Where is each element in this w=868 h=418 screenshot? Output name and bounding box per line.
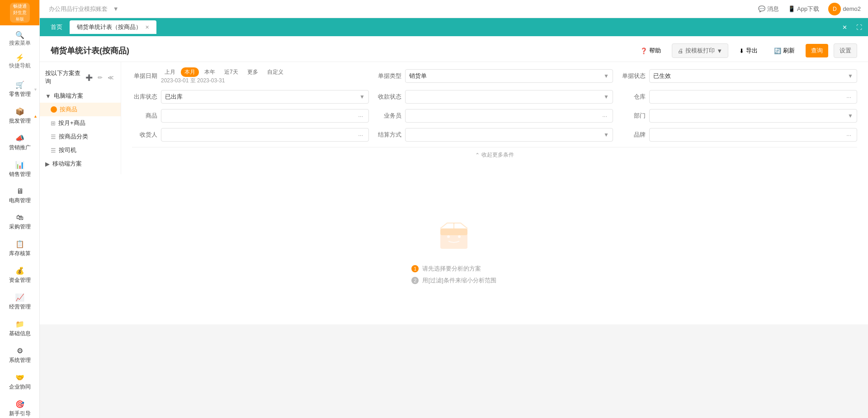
settings-btn[interactable]: 设置 xyxy=(834,43,857,58)
filter-brand-field: 品牌 ··· xyxy=(620,128,857,142)
date-tabs: 上月 本月 本年 近7天 更多 自定义 xyxy=(161,67,369,77)
tree-group-desktop-arrow: ▼ xyxy=(45,93,51,100)
purchase-icon: 🛍 xyxy=(16,214,24,222)
date-tab-7days[interactable]: 近7天 xyxy=(221,67,242,77)
tree-group-desktop[interactable]: ▼ 电脑端方案 xyxy=(40,89,121,103)
filter-receiptstatus-field: 收款状态 ▼ xyxy=(376,90,613,104)
tree-item-month-product[interactable]: ⊞ 按月+商品 xyxy=(40,116,121,130)
query-btn[interactable]: 查询 xyxy=(806,44,828,57)
sidebar-item-retail[interactable]: 🛒 零售管理 ▼ xyxy=(0,76,39,103)
help-btn[interactable]: ❓ 帮助 xyxy=(635,44,666,57)
tab-sales-report[interactable]: 销货单统计表（按商品） ✕ xyxy=(70,20,156,34)
tab-maximize-btn[interactable]: ⛶ xyxy=(854,22,864,33)
tip-dot-2: 2 xyxy=(411,277,419,284)
product-dots[interactable]: ··· xyxy=(356,113,365,119)
payment-dropdown[interactable]: ▼ xyxy=(405,128,613,142)
date-tab-this-year[interactable]: 本年 xyxy=(201,67,219,77)
user-avatar: D xyxy=(828,3,841,15)
sidebar-item-ecommerce[interactable]: 🖥 电商管理 xyxy=(0,183,39,209)
app-download-btn[interactable]: 📱 App下载 xyxy=(788,5,819,13)
sidebar-item-basics[interactable]: 📁 基础信息 xyxy=(0,315,39,342)
search-menu[interactable]: 🔍 搜索菜单 xyxy=(0,25,39,51)
date-tab-last-month[interactable]: 上月 xyxy=(161,67,179,77)
salesperson-label: 业务员 xyxy=(376,112,401,120)
empty-tip-2-text: 用[过滤]条件来缩小分析范围 xyxy=(422,276,496,285)
empty-state: 1 请先选择要分析的方案 2 用[过滤]条件来缩小分析范围 xyxy=(40,174,868,324)
date-tab-custom[interactable]: 自定义 xyxy=(264,67,287,77)
settings-label: 设置 xyxy=(840,47,851,55)
print-label: 按模板打印 xyxy=(685,47,715,55)
salesperson-dots[interactable]: ··· xyxy=(600,113,609,119)
user-menu[interactable]: D demo2 xyxy=(828,3,861,15)
recipient-dropdown[interactable]: ··· xyxy=(161,128,369,142)
guide-icon: 🎯 xyxy=(15,400,24,408)
tree-item-driver-label: 按司机 xyxy=(59,146,76,154)
salesperson-dropdown[interactable]: ··· xyxy=(405,109,613,123)
sidebar-item-system[interactable]: ⚙ 系统管理 xyxy=(0,342,39,369)
recipient-dots[interactable]: ··· xyxy=(356,132,365,138)
edit-scheme-btn[interactable]: ✏ xyxy=(95,73,104,82)
product-label: 商品 xyxy=(132,112,157,120)
print-icon: 🖨 xyxy=(678,48,684,54)
tree-item-product-category[interactable]: ☰ 按商品分类 xyxy=(40,130,121,143)
collapse-icon: ⌃ xyxy=(475,152,480,158)
page-header: 销货单统计表(按商品) ❓ 帮助 🖨 按模板打印 ▼ ⬇ 导出 xyxy=(40,36,868,62)
sidebar-item-guide[interactable]: 🎯 新手引导 xyxy=(0,395,39,418)
add-scheme-btn[interactable]: ➕ xyxy=(85,73,94,82)
sidebar-item-wholesale[interactable]: 📦 批发管理 ▲ xyxy=(0,103,39,129)
recipient-label: 收货人 xyxy=(132,131,157,139)
sidebar-item-operations[interactable]: 📈 经营管理 xyxy=(0,289,39,315)
export-btn[interactable]: ⬇ 导出 xyxy=(734,44,763,57)
sidebar-item-purchase[interactable]: 🛍 采购管理 xyxy=(0,209,39,235)
quick-nav[interactable]: ⚡ 快捷导航 xyxy=(0,51,39,72)
doctype-dropdown[interactable]: 销货单 ▼ xyxy=(405,69,613,83)
username: demo2 xyxy=(843,5,861,12)
outstatus-dropdown[interactable]: 已出库 ▼ xyxy=(161,90,369,104)
breadcrumb-arrow: ▼ xyxy=(113,5,119,12)
empty-illustration xyxy=(431,210,476,256)
tree-item-driver[interactable]: ☰ 按司机 xyxy=(40,143,121,157)
sidebar-item-sales[interactable]: 📊 销售管理 xyxy=(0,156,39,183)
tab-close-window-btn[interactable]: ✕ xyxy=(839,22,850,33)
tree-group-mobile-arrow: ▶ xyxy=(45,161,50,167)
warehouse-dropdown[interactable]: ··· xyxy=(649,90,857,104)
basics-icon: 📁 xyxy=(15,320,24,328)
brand-dots[interactable]: ··· xyxy=(844,132,853,138)
filter-recipient-field: 收货人 ··· xyxy=(132,128,369,142)
product-dropdown[interactable]: ··· xyxy=(161,109,369,123)
tab-home[interactable]: 首页 xyxy=(43,20,70,34)
receiptstatus-dropdown[interactable]: ▼ xyxy=(405,90,613,104)
export-icon: ⬇ xyxy=(739,48,744,54)
tree-group-mobile[interactable]: ▶ 移动端方案 xyxy=(40,157,121,171)
brand-dropdown[interactable]: ··· xyxy=(649,128,857,142)
print-btn[interactable]: 🖨 按模板打印 ▼ xyxy=(672,43,728,58)
finance-icon: 💰 xyxy=(15,266,24,275)
tab-close-btn[interactable]: ✕ xyxy=(145,24,149,30)
sidebar-item-collab[interactable]: 🤝 企业协同 xyxy=(0,369,39,395)
sidebar-item-finance[interactable]: 💰 资金管理 xyxy=(0,262,39,289)
filter-doctype-field: 单据类型 销货单 ▼ xyxy=(376,69,613,83)
collapse-scheme-btn[interactable]: ≪ xyxy=(106,73,115,82)
svg-point-4 xyxy=(458,235,461,238)
sidebar-item-guide-label: 新手引导 xyxy=(9,410,31,418)
sidebar-item-marketing[interactable]: 📣 营销推广 xyxy=(0,129,39,156)
warehouse-dots[interactable]: ··· xyxy=(844,94,853,100)
date-tab-this-month[interactable]: 本月 xyxy=(181,67,199,77)
collapse-bar[interactable]: ⌃ 收起更多条件 xyxy=(132,147,857,162)
department-dropdown[interactable]: ▼ xyxy=(649,109,857,123)
tree-item-by-product[interactable]: 按商品 xyxy=(40,103,121,116)
docstatus-dropdown[interactable]: 已生效 ▼ xyxy=(649,69,857,83)
message-label: 消息 xyxy=(767,5,779,13)
empty-tips: 1 请先选择要分析的方案 2 用[过滤]条件来缩小分析范围 xyxy=(411,265,496,288)
refresh-btn[interactable]: 🔄 刷新 xyxy=(769,44,800,57)
date-tab-more[interactable]: 更多 xyxy=(244,67,262,77)
inventory-icon: 📋 xyxy=(15,240,24,248)
logo-text: 畅捷通好生意标版 xyxy=(13,3,27,22)
message-btn[interactable]: 💬 消息 xyxy=(758,5,779,13)
tree-item-by-product-label: 按商品 xyxy=(60,105,77,114)
filter-sidebar-actions: ➕ ✏ ≪ xyxy=(85,73,115,82)
sidebar-item-sales-label: 销售管理 xyxy=(9,171,31,178)
page-title: 销货单统计表(按商品) xyxy=(51,45,129,56)
sidebar-item-inventory[interactable]: 📋 库存核算 xyxy=(0,235,39,262)
receiptstatus-arrow-icon: ▼ xyxy=(604,94,609,100)
